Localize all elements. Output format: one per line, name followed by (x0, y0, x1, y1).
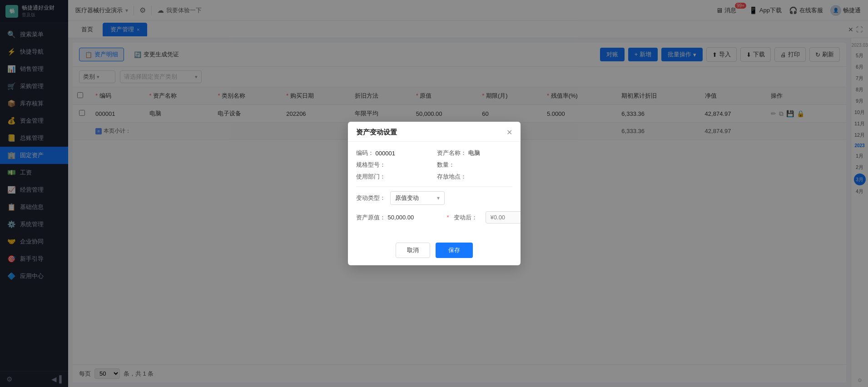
after-value-input[interactable] (486, 211, 521, 223)
spec-label: 规格型号： (356, 161, 386, 169)
cancel-button[interactable]: 取消 (396, 243, 430, 258)
location-label: 存放地点： (437, 173, 466, 181)
dialog-info-dept: 使用部门： (356, 173, 432, 181)
dialog-header: 资产变动设置 ✕ (348, 122, 521, 142)
dialog-overlay: 资产变动设置 ✕ 编码： 000001 资产名称： 电脑 规格型号： 数量： (0, 0, 868, 387)
code-value: 000001 (376, 150, 395, 157)
dialog-info-name: 资产名称： 电脑 (437, 149, 512, 157)
change-type-label: 变动类型： (356, 194, 386, 202)
save-button[interactable]: 保存 (436, 243, 473, 258)
original-value-display: 50,000.00 (388, 212, 442, 223)
dialog-info-location: 存放地点： (437, 173, 512, 181)
dialog-info-qty: 数量： (437, 161, 512, 169)
name-label: 资产名称： (437, 149, 466, 157)
dialog-title: 资产变动设置 (356, 128, 397, 137)
asset-change-dialog: 资产变动设置 ✕ 编码： 000001 资产名称： 电脑 规格型号： 数量： (348, 122, 521, 265)
required-star: * (447, 214, 449, 221)
code-label: 编码： (356, 149, 374, 157)
change-type-row: 变动类型： 原值变动 ▾ (356, 191, 512, 205)
name-value: 电脑 (468, 149, 480, 157)
dialog-info-spec: 规格型号： (356, 161, 432, 169)
qty-label: 数量： (437, 161, 455, 169)
original-value-row: 资产原值： 50,000.00 * 变动后： (356, 211, 512, 223)
dialog-body: 编码： 000001 资产名称： 电脑 规格型号： 数量： 使用部门： (348, 142, 521, 237)
dialog-value-row: 50,000.00 * 变动后： (388, 211, 521, 223)
dialog-info-code: 编码： 000001 (356, 149, 432, 157)
change-type-value: 原值变动 (395, 194, 419, 202)
after-label: 变动后： (454, 213, 481, 222)
dialog-info-grid: 编码： 000001 资产名称： 电脑 规格型号： 数量： 使用部门： (356, 149, 512, 181)
change-type-dropdown-icon: ▾ (437, 195, 440, 201)
original-value-label: 资产原值： (356, 213, 383, 222)
dialog-close-icon[interactable]: ✕ (506, 128, 512, 137)
dialog-footer: 取消 保存 (348, 237, 521, 265)
dialog-divider (356, 186, 512, 187)
change-type-select[interactable]: 原值变动 ▾ (390, 191, 445, 205)
dept-label: 使用部门： (356, 173, 386, 181)
